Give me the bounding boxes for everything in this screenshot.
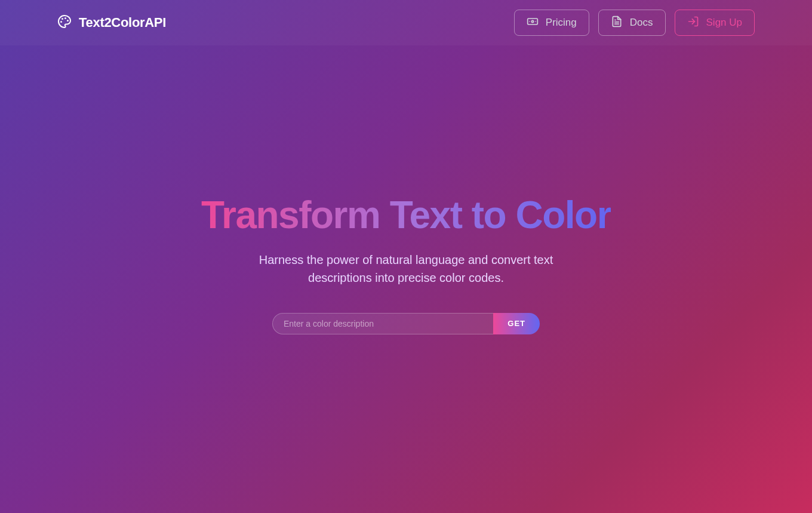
nav-buttons: Pricing Docs S [514, 10, 755, 36]
search-container: GET [272, 313, 540, 334]
color-description-input[interactable] [272, 313, 493, 334]
pricing-label: Pricing [546, 17, 577, 29]
pricing-button[interactable]: Pricing [514, 10, 589, 36]
logo-text: Text2ColorAPI [79, 15, 166, 30]
signup-label: Sign Up [706, 17, 742, 29]
docs-button[interactable]: Docs [598, 10, 666, 36]
hero-title: Transform Text to Color [201, 194, 611, 236]
hero-subtitle: Harness the power of natural language an… [239, 251, 573, 287]
palette-icon [57, 14, 72, 31]
main-content: Transform Text to Color Harness the powe… [0, 45, 812, 513]
logo[interactable]: Text2ColorAPI [57, 14, 166, 31]
svg-point-5 [531, 20, 533, 22]
get-button[interactable]: GET [493, 313, 540, 334]
file-text-icon [611, 16, 623, 30]
banknote-icon [527, 16, 539, 30]
signup-button[interactable]: Sign Up [675, 10, 755, 36]
svg-point-2 [62, 19, 63, 19]
svg-point-1 [67, 20, 68, 21]
login-icon [687, 16, 699, 30]
docs-label: Docs [630, 17, 653, 29]
header: Text2ColorAPI Pricing [0, 0, 812, 45]
svg-point-0 [65, 18, 66, 19]
svg-point-3 [61, 21, 61, 22]
